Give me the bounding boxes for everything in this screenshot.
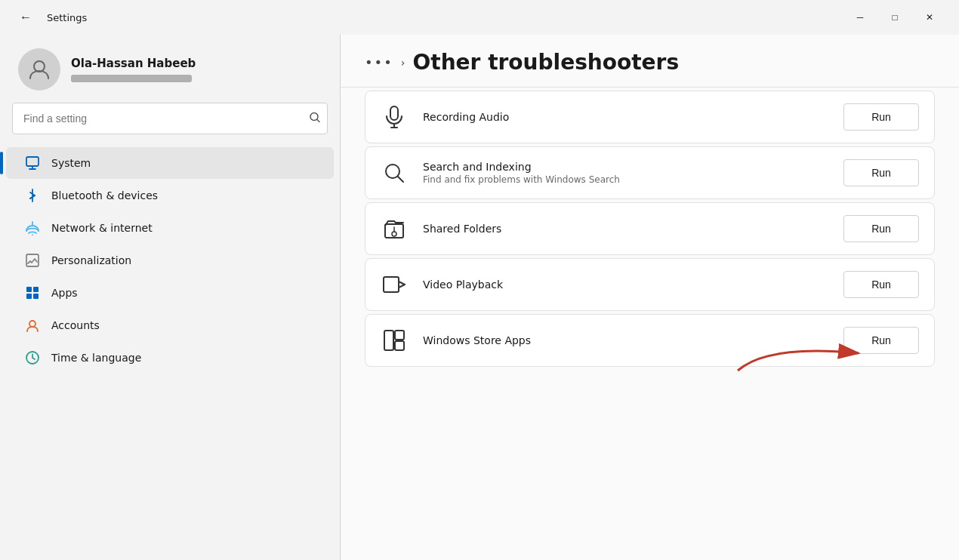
sidebar-item-apps-label: Apps bbox=[51, 287, 78, 299]
top-separator bbox=[341, 87, 959, 88]
sidebar-item-personalization[interactable]: Personalization bbox=[6, 245, 334, 276]
sidebar-item-bluetooth[interactable]: Bluetooth & devices bbox=[6, 180, 334, 211]
troubleshooter-video-playback: Video Playback Run bbox=[365, 258, 935, 311]
window-controls: ─ □ ✕ bbox=[843, 4, 947, 31]
time-icon bbox=[24, 349, 41, 366]
shared-folders-icon bbox=[381, 215, 408, 242]
svg-rect-12 bbox=[33, 294, 39, 299]
video-playback-icon bbox=[381, 271, 408, 298]
windows-store-run-button[interactable]: Run bbox=[843, 327, 919, 354]
svg-rect-15 bbox=[390, 106, 398, 120]
troubleshooter-windows-store: Windows Store Apps Run bbox=[365, 314, 935, 367]
svg-point-21 bbox=[392, 232, 396, 236]
troubleshooter-recording-audio: Recording Audio Run bbox=[365, 91, 935, 143]
network-icon bbox=[24, 220, 41, 236]
nav-list: System Bluetooth & devices bbox=[0, 143, 340, 560]
recording-audio-run-button[interactable]: Run bbox=[843, 103, 919, 131]
shared-folders-name: Shared Folders bbox=[423, 223, 828, 235]
search-indexing-name: Search and Indexing bbox=[423, 161, 828, 173]
search-indexing-icon bbox=[381, 159, 408, 186]
troubleshooter-search-indexing: Search and Indexing Find and fix problem… bbox=[365, 146, 935, 199]
svg-rect-26 bbox=[395, 341, 404, 350]
svg-rect-24 bbox=[384, 331, 393, 350]
apps-icon bbox=[24, 285, 41, 301]
video-playback-name: Video Playback bbox=[423, 278, 828, 291]
avatar-icon bbox=[27, 57, 51, 82]
windows-store-name: Windows Store Apps bbox=[423, 334, 828, 346]
app-body: Ola-Hassan Habeeb bbox=[0, 35, 959, 560]
svg-line-19 bbox=[398, 177, 403, 182]
sidebar-item-time[interactable]: Time & language bbox=[6, 342, 334, 374]
bluetooth-icon bbox=[24, 187, 41, 204]
sidebar-item-system-label: System bbox=[51, 157, 91, 169]
video-playback-run-button[interactable]: Run bbox=[843, 271, 919, 298]
recording-audio-name: Recording Audio bbox=[423, 111, 828, 123]
svg-line-2 bbox=[317, 120, 319, 122]
avatar bbox=[18, 48, 60, 91]
shared-folders-run-button[interactable]: Run bbox=[843, 215, 919, 242]
personalization-icon bbox=[24, 252, 41, 269]
title-bar-left: ← Settings bbox=[12, 4, 87, 31]
shared-folders-info: Shared Folders bbox=[423, 223, 828, 235]
svg-rect-3 bbox=[26, 157, 39, 166]
microphone-icon bbox=[381, 103, 408, 131]
video-playback-info: Video Playback bbox=[423, 278, 828, 291]
system-icon bbox=[24, 155, 41, 171]
svg-rect-11 bbox=[26, 294, 32, 299]
main-content: ••• › Other troubleshooters Recordi bbox=[341, 35, 959, 560]
svg-point-7 bbox=[32, 235, 33, 236]
recording-audio-info: Recording Audio bbox=[423, 111, 828, 123]
svg-rect-10 bbox=[33, 287, 39, 292]
user-info: Ola-Hassan Habeeb bbox=[71, 57, 196, 82]
search-icon bbox=[310, 112, 320, 123]
back-button[interactable]: ← bbox=[12, 4, 39, 31]
sidebar: Ola-Hassan Habeeb bbox=[0, 35, 340, 560]
sidebar-item-accounts[interactable]: Accounts bbox=[6, 309, 334, 341]
user-name: Ola-Hassan Habeeb bbox=[71, 57, 196, 70]
svg-rect-9 bbox=[26, 287, 32, 292]
content-header: ••• › Other troubleshooters bbox=[341, 35, 959, 87]
svg-point-0 bbox=[34, 61, 45, 72]
breadcrumb-chevron: › bbox=[401, 57, 405, 69]
minimize-button[interactable]: ─ bbox=[843, 4, 877, 31]
title-bar: ← Settings ─ □ ✕ bbox=[0, 0, 959, 35]
sidebar-item-system[interactable]: System bbox=[6, 147, 334, 179]
troubleshooter-shared-folders: Shared Folders Run bbox=[365, 202, 935, 255]
search-icon-button[interactable] bbox=[310, 112, 320, 125]
svg-point-13 bbox=[29, 321, 35, 327]
search-input[interactable] bbox=[12, 103, 328, 134]
search-indexing-desc: Find and fix problems with Windows Searc… bbox=[423, 174, 828, 185]
sidebar-item-bluetooth-label: Bluetooth & devices bbox=[51, 189, 158, 202]
user-email-bar bbox=[71, 75, 192, 82]
content-scroll[interactable]: Recording Audio Run Search and Indexing … bbox=[341, 91, 959, 560]
sidebar-item-network[interactable]: Network & internet bbox=[6, 212, 334, 244]
svg-rect-23 bbox=[384, 277, 399, 292]
windows-store-icon bbox=[381, 327, 408, 354]
sidebar-item-network-label: Network & internet bbox=[51, 222, 153, 234]
sidebar-item-time-label: Time & language bbox=[51, 352, 141, 364]
sidebar-item-personalization-label: Personalization bbox=[51, 254, 131, 266]
breadcrumb-dots[interactable]: ••• bbox=[365, 54, 393, 70]
svg-rect-25 bbox=[395, 331, 404, 340]
search-indexing-run-button[interactable]: Run bbox=[843, 159, 919, 186]
maximize-button[interactable]: □ bbox=[877, 4, 912, 31]
sidebar-item-accounts-label: Accounts bbox=[51, 319, 100, 331]
search-box bbox=[12, 103, 328, 134]
search-indexing-info: Search and Indexing Find and fix problem… bbox=[423, 161, 828, 185]
accounts-icon bbox=[24, 317, 41, 334]
close-button[interactable]: ✕ bbox=[912, 4, 947, 31]
page-title: Other troubleshooters bbox=[412, 50, 679, 75]
sidebar-item-apps[interactable]: Apps bbox=[6, 277, 334, 309]
user-section: Ola-Hassan Habeeb bbox=[0, 35, 340, 103]
windows-store-info: Windows Store Apps bbox=[423, 334, 828, 346]
app-title: Settings bbox=[47, 12, 87, 23]
